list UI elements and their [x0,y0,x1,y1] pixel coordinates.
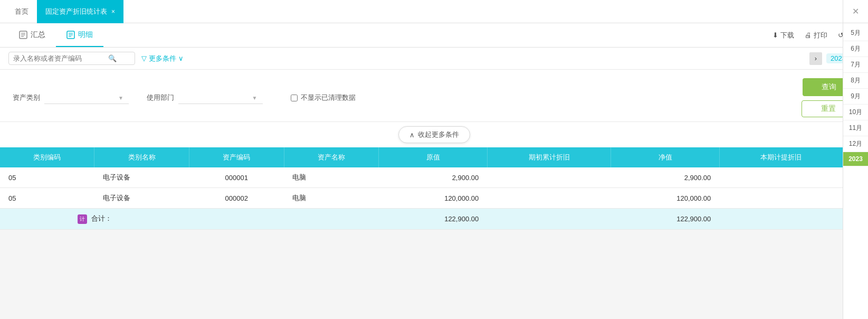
total-current-dep [719,209,843,230]
tab-summary[interactable]: 汇总 [8,23,56,47]
search-wrap: 🔍 [8,52,135,65]
table-row[interactable]: 05 电子设备 000001 电脑 2,900.00 2,900.00 [0,167,843,188]
download-button[interactable]: ⬇ 下载 [772,31,794,40]
filter-icon: ▽ [141,54,147,62]
row2-accumulated-dep [487,188,611,209]
tab-detail-label: 明细 [78,30,93,40]
sub-tabs-left: 汇总 明细 [8,23,103,47]
row1-asset-code: 000001 [189,167,284,188]
department-label: 使用部门 [147,93,174,102]
collapse-up-icon: ∧ [409,131,415,139]
table-header-row: 类别编码 类别名称 资产编码 资产名称 原值 期初累计折旧 净值 本期计提折旧 [0,147,843,167]
row1-category-name: 电子设备 [94,167,189,188]
row2-current-dep [719,188,843,209]
row1-category-code: 05 [0,167,94,188]
filter-row: 🔍 ▽ 更多条件 ∨ › 2023.01 [0,48,868,70]
row1-asset-name: 电脑 [284,167,379,188]
th-category-code: 类别编码 [0,147,94,167]
department-select[interactable] [178,91,263,104]
th-category-name: 类别名称 [94,147,189,167]
th-accumulated-dep: 期初累计折旧 [487,147,611,167]
search-input[interactable] [13,54,108,62]
month-5[interactable]: 5月 [843,25,868,41]
download-label: 下载 [780,31,794,40]
collapse-button[interactable]: ∧ 收起更多条件 [398,126,470,143]
month-10[interactable]: 10月 [843,105,868,120]
sub-tabs-bar: 汇总 明细 ⬇ 下载 🖨 打印 [0,23,868,48]
print-label: 打印 [814,31,827,40]
row1-original-value: 2,900.00 [379,167,487,188]
collapse-label: 收起更多条件 [418,130,459,139]
month-6[interactable]: 6月 [843,41,868,57]
nav-tab-label: 固定资产折旧统计表 [45,7,107,16]
nav-tab-fixed-assets[interactable]: 固定资产折旧统计表 × [37,0,123,23]
month-9[interactable]: 9月 [843,89,868,105]
sidebar-top: ✕ [843,0,868,23]
table-total-row: 计 合计： 122,900.00 122,900.00 [0,209,843,230]
filter-fields-row: 资产类别 ▼ 使用部门 ▼ 不显示已清理数 [13,78,855,117]
th-original-value: 原值 [379,147,487,167]
total-label: 计 合计： [0,209,189,230]
data-table: 类别编码 类别名称 资产编码 资产名称 原值 期初累计折旧 净值 本期计提折旧 … [0,147,843,230]
total-original-value: 122,900.00 [379,209,487,230]
table-row[interactable]: 05 电子设备 000002 电脑 120,000.00 120,000.00 [0,188,843,209]
asset-category-label: 资产类别 [13,93,40,102]
nav-tab-close[interactable]: × [111,8,115,15]
year-2023[interactable]: 2023 [843,152,868,166]
row2-category-code: 05 [0,188,94,209]
department-field: 使用部门 ▼ [147,91,260,104]
asset-category-select[interactable] [44,91,129,104]
more-filter-arrow: ∨ [178,54,184,62]
month-11[interactable]: 11月 [843,120,868,136]
row2-category-name: 电子设备 [94,188,189,209]
print-button[interactable]: 🖨 打印 [805,31,827,40]
filter-collapse-arrow[interactable]: › [809,52,822,65]
row1-net-value: 2,900.00 [611,167,719,188]
total-icon: 计 [78,214,87,224]
tab-summary-label: 汇总 [31,30,45,40]
hide-cleared-field: 不显示已清理数据 [291,93,356,102]
total-accumulated-dep [487,209,611,230]
summary-icon [19,31,27,39]
tab-detail[interactable]: 明细 [56,23,103,47]
month-list: 5月 6月 7月 8月 9月 10月 11月 12月 2023 [843,23,868,319]
month-12[interactable]: 12月 [843,136,868,152]
download-icon: ⬇ [772,31,778,39]
print-icon: 🖨 [805,31,812,39]
month-8[interactable]: 8月 [843,73,868,89]
total-net-value: 122,900.00 [611,209,719,230]
collapse-row: ∧ 收起更多条件 [0,122,868,147]
data-table-wrap: 类别编码 类别名称 资产编码 资产名称 原值 期初累计折旧 净值 本期计提折旧 … [0,147,843,230]
hide-cleared-checkbox[interactable] [291,95,298,101]
row2-asset-name: 电脑 [284,188,379,209]
asset-category-field: 资产类别 ▼ [13,91,126,104]
row1-accumulated-dep [487,167,611,188]
advanced-filter: 资产类别 ▼ 使用部门 ▼ 不显示已清理数 [0,70,868,122]
row1-current-dep [719,167,843,188]
row2-net-value: 120,000.00 [611,188,719,209]
detail-icon [66,31,75,39]
more-filter-button[interactable]: ▽ 更多条件 ∨ [141,54,184,63]
right-sidebar: ✕ 5月 6月 7月 8月 9月 10月 11月 12月 2023 [843,0,868,319]
row2-asset-code: 000002 [189,188,284,209]
top-nav: 首页 固定资产折旧统计表 × ✕ [0,0,868,23]
month-7[interactable]: 7月 [843,57,868,73]
sidebar-close-icon[interactable]: ✕ [852,6,859,16]
th-asset-code: 资产编码 [189,147,284,167]
th-net-value: 净值 [611,147,719,167]
hide-cleared-label: 不显示已清理数据 [301,93,356,102]
search-icon[interactable]: 🔍 [108,54,117,62]
more-filter-label: 更多条件 [149,54,176,63]
th-asset-name: 资产名称 [284,147,379,167]
th-current-dep: 本期计提折旧 [719,147,843,167]
nav-home[interactable]: 首页 [6,7,37,16]
row2-original-value: 120,000.00 [379,188,487,209]
